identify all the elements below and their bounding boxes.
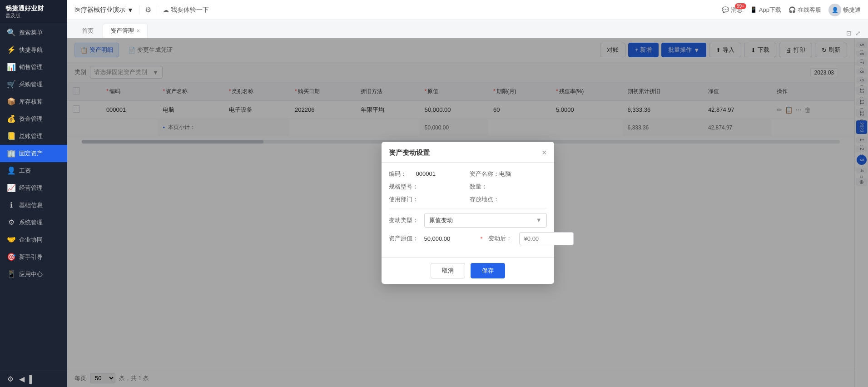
sidebar-item-basic-info[interactable]: ℹ 基础信息 (0, 197, 67, 214)
dialog-close-icon[interactable]: × (542, 148, 547, 158)
code-label: 编码： (389, 170, 416, 178)
sidebar-item-label: 总账管理 (19, 132, 43, 140)
topbar-right: 💬 消息 99+ 📱 App下载 🎧 在线客服 👤 畅捷通 (722, 4, 861, 16)
basic-info-icon: ℹ (7, 201, 15, 209)
username: 畅捷通 (843, 6, 861, 14)
sidebar-item-guide[interactable]: 🎯 新手引导 (0, 248, 67, 266)
dialog-row-2: 规格型号： 数量： (389, 183, 547, 191)
sidebar-item-label: 销售管理 (19, 63, 43, 71)
sales-icon: 📊 (7, 63, 15, 71)
sidebar-item-inventory[interactable]: 📦 库存核算 (0, 93, 67, 110)
app-version: 普及版 (5, 12, 44, 19)
sidebar-item-label: 系统管理 (19, 218, 43, 227)
asset-change-dialog: 资产变动设置 × 编码： 000001 资产名称： 电脑 (382, 142, 554, 284)
sidebar-item-quicknav[interactable]: ⚡ 快捷导航 (0, 41, 67, 59)
sidebar-item-label: 固定资产 (19, 149, 43, 158)
change-type-label: 变动类型： (389, 216, 421, 224)
tab-home-label: 首页 (82, 27, 94, 35)
dialog-header: 资产变动设置 × (382, 142, 554, 163)
user-menu[interactable]: 👤 畅捷通 (828, 4, 861, 16)
system-icon: ⚙ (7, 218, 15, 227)
sidebar-item-fixed-assets[interactable]: 🏢 固定资产 (0, 145, 67, 162)
dialog-footer: 取消 保存 (382, 257, 554, 284)
app-download-label: App下载 (759, 6, 781, 14)
asset-name-value: 电脑 (499, 170, 511, 178)
sidebar-item-finance[interactable]: 💰 资金管理 (0, 110, 67, 128)
sidebar: 畅捷通好业财 普及版 🔍 搜索菜单 ⚡ 快捷导航 📊 销售管理 🛒 采购管理 📦… (0, 0, 67, 387)
topbar: 医疗器械行业演示 ▼ ⚙ ☁ 我要体验一下 💬 消息 99+ 📱 App下载 🎧… (67, 0, 868, 20)
dialog-row-4: 变动类型： 原值变动 ▼ (389, 213, 547, 228)
asset-original-label: 资产原值： (389, 234, 421, 243)
service-icon: 🎧 (789, 6, 796, 13)
sidebar-item-search[interactable]: 🔍 搜索菜单 (0, 24, 67, 41)
sidebar-item-operations[interactable]: 📈 经营管理 (0, 179, 67, 197)
tab-asset-label: 资产管理 (110, 27, 134, 35)
sidebar-header: 畅捷通好业财 普及版 (0, 0, 67, 24)
inventory-icon: 📦 (7, 98, 15, 106)
settings-gear-icon[interactable]: ⚙ (145, 5, 151, 14)
app-download-button[interactable]: 📱 App下载 (750, 6, 781, 14)
message-button[interactable]: 💬 消息 99+ (722, 6, 743, 14)
change-type-chevron-icon: ▼ (536, 217, 542, 223)
dialog-body: 编码： 000001 资产名称： 电脑 规格型号： (382, 163, 554, 257)
sidebar-item-label: 采购管理 (19, 80, 43, 89)
sidebar-item-label: 新手引导 (19, 253, 43, 261)
company-name: 医疗器械行业演示 (74, 6, 125, 14)
change-type-select[interactable]: 原值变动 ▼ (424, 213, 547, 228)
operations-icon: 📈 (7, 184, 15, 192)
topbar-divider (139, 5, 139, 15)
after-change-label: 变动后： (488, 234, 516, 243)
maximize-icon[interactable]: ⊡ (846, 30, 852, 37)
purchase-icon: 🛒 (7, 80, 15, 89)
main-area: 医疗器械行业演示 ▼ ⚙ ☁ 我要体验一下 💬 消息 99+ 📱 App下载 🎧… (67, 0, 868, 387)
quantity-label: 数量： (470, 183, 497, 191)
sidebar-item-label: 企业协同 (19, 236, 43, 244)
sidebar-footer: ⚙ ◀ ▐ (0, 371, 67, 387)
app-logo: 畅捷通好业财 普及版 (5, 5, 44, 19)
location-label: 存放地点： (470, 195, 499, 203)
collapse-icon[interactable]: ◀ ▐ (19, 375, 32, 383)
cloud-trial[interactable]: ☁ 我要体验一下 (163, 6, 209, 14)
topbar-divider2 (157, 5, 157, 15)
tab-close-icon[interactable]: × (137, 28, 140, 34)
sidebar-item-sales[interactable]: 📊 销售管理 (0, 59, 67, 76)
company-selector[interactable]: 医疗器械行业演示 ▼ (74, 6, 134, 14)
tab-asset-management[interactable]: 资产管理 × (103, 24, 148, 38)
sidebar-item-ledger[interactable]: 📒 总账管理 (0, 128, 67, 145)
cloud-text: 我要体验一下 (171, 6, 209, 14)
dialog-row-5: 资产原值： 50,000.00 * 变动后： (389, 232, 547, 245)
quicknav-icon: ⚡ (7, 46, 15, 54)
sidebar-item-purchase[interactable]: 🛒 采购管理 (0, 76, 67, 93)
sidebar-item-label: 应用中心 (19, 270, 43, 278)
sidebar-item-label: 经营管理 (19, 184, 43, 192)
cancel-button[interactable]: 取消 (431, 263, 465, 278)
sidebar-item-payroll[interactable]: 👤 工资 (0, 162, 67, 179)
message-icon: 💬 (722, 6, 729, 13)
sidebar-item-label: 基础信息 (19, 201, 43, 209)
spec-label: 规格型号： (389, 183, 418, 191)
save-button[interactable]: 保存 (471, 263, 505, 278)
message-badge: 99+ (735, 3, 746, 9)
asset-name-label: 资产名称： (470, 170, 499, 178)
field-code: 编码： 000001 (389, 170, 466, 178)
asset-original-value: 50,000.00 (424, 235, 470, 242)
fullscreen-icon[interactable]: ⤢ (855, 30, 861, 37)
search-icon: 🔍 (7, 29, 15, 37)
field-asset-name: 资产名称： 电脑 (470, 170, 547, 178)
settings-icon[interactable]: ⚙ (7, 375, 14, 383)
cooperation-icon: 🤝 (7, 236, 15, 244)
tab-home[interactable]: 首页 (74, 24, 101, 38)
cloud-icon: ☁ (163, 6, 169, 14)
dialog-divider (389, 208, 547, 208)
modal-overlay: 资产变动设置 × 编码： 000001 资产名称： 电脑 (67, 38, 868, 387)
sidebar-item-appstore[interactable]: 📱 应用中心 (0, 266, 67, 283)
sidebar-item-label: 快捷导航 (19, 46, 43, 54)
after-change-input[interactable] (519, 232, 574, 245)
fixed-assets-icon: 🏢 (7, 149, 15, 158)
dialog-row-1: 编码： 000001 资产名称： 电脑 (389, 170, 547, 178)
service-label: 在线客服 (798, 6, 821, 14)
guide-icon: 🎯 (7, 253, 15, 261)
sidebar-item-cooperation[interactable]: 🤝 企业协同 (0, 231, 67, 248)
sidebar-item-system[interactable]: ⚙ 系统管理 (0, 214, 67, 231)
customer-service-button[interactable]: 🎧 在线客服 (789, 6, 821, 14)
